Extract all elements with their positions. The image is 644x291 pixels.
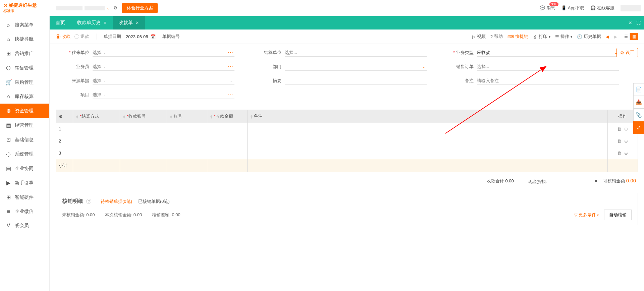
cell-receipt-account[interactable] xyxy=(120,147,167,159)
history-button[interactable]: 🕘历史单据 xyxy=(577,34,601,40)
shortcut-link[interactable]: ⌨快捷键 xyxy=(507,34,528,40)
nav-icon: V xyxy=(5,223,11,229)
messages-link[interactable]: 💬 消息 99+ xyxy=(540,5,555,11)
cell-account-no[interactable] xyxy=(167,123,207,135)
more-icon[interactable]: ⋯ xyxy=(226,63,234,70)
app-download-link[interactable]: 📱 App下载 xyxy=(561,5,584,11)
cell-receipt-amount[interactable] xyxy=(207,135,247,147)
dept-input[interactable] xyxy=(285,63,421,70)
cell-account-no[interactable] xyxy=(167,147,207,159)
tab-0[interactable]: 首页 xyxy=(50,16,71,30)
cell-receipt-account[interactable] xyxy=(120,123,167,135)
cell-remark[interactable] xyxy=(247,147,607,159)
experience-button[interactable]: 体验行业方案 xyxy=(122,3,158,13)
more-conditions-link[interactable]: ▽更多条件▾ xyxy=(574,212,599,218)
nav-item-6[interactable]: ⊛资金管理 xyxy=(0,104,49,118)
summary-input[interactable] xyxy=(285,77,427,84)
tenant-selector[interactable]: ⌄ xyxy=(56,6,110,10)
cell-settle-method[interactable] xyxy=(73,123,120,135)
user-avatar[interactable] xyxy=(621,5,641,11)
tab-done-writeoff[interactable]: 已核销单据(0笔) xyxy=(138,198,170,205)
date-picker[interactable]: 2023-06-06 📅 xyxy=(124,34,156,39)
nav-item-8[interactable]: ⊡基础信息 xyxy=(0,132,49,147)
source-doc-input[interactable] xyxy=(93,77,228,84)
th-receipt-account[interactable]: ▲▼收款账号 xyxy=(120,110,167,123)
nav-item-5[interactable]: ⌂库存核算 xyxy=(0,90,49,104)
th-receipt-amount[interactable]: ▲▼收款金额 xyxy=(207,110,247,123)
float-expand-icon[interactable]: ⤢ xyxy=(633,121,644,134)
nav-item-3[interactable]: ⬡销售管理 xyxy=(0,61,49,75)
nav-item-7[interactable]: ▤经营管理 xyxy=(0,118,49,132)
view-grid[interactable]: ▦ xyxy=(630,33,638,40)
help-link[interactable]: ?帮助 xyxy=(490,34,503,40)
nav-item-1[interactable]: ⌂快捷导航 xyxy=(0,32,49,46)
project-input[interactable] xyxy=(93,91,226,99)
table-row[interactable]: 2🗑⊕ xyxy=(56,135,638,147)
unit-input[interactable] xyxy=(93,49,226,56)
tab-2[interactable]: 收款单✕ xyxy=(113,16,145,30)
more-icon[interactable]: ⋯ xyxy=(226,92,234,98)
table-row[interactable]: 3🗑⊕ xyxy=(56,147,638,159)
sales-order-input[interactable] xyxy=(477,63,619,70)
gear-icon[interactable]: ⚙ xyxy=(113,5,117,10)
float-inbox-icon[interactable]: 📥 xyxy=(633,96,644,109)
add-row-icon[interactable]: ⊕ xyxy=(624,151,628,156)
video-link[interactable]: ▷视频 xyxy=(472,34,486,40)
prev-arrow[interactable]: ◀ xyxy=(606,34,609,39)
cell-settle-method[interactable] xyxy=(73,135,120,147)
add-row-icon[interactable]: ⊕ xyxy=(624,126,628,131)
th-remark[interactable]: ▲▼备注 xyxy=(247,110,607,123)
close-icon[interactable]: ✕ xyxy=(136,20,139,25)
cell-remark[interactable] xyxy=(247,123,607,135)
nav-item-13[interactable]: ≡企业微信 xyxy=(0,205,49,219)
operate-button[interactable]: ☰操作▾ xyxy=(555,34,572,40)
delete-icon[interactable]: 🗑 xyxy=(617,138,622,143)
delete-icon[interactable]: 🗑 xyxy=(617,151,622,156)
cell-receipt-amount[interactable] xyxy=(207,147,247,159)
remark-input[interactable] xyxy=(477,77,619,84)
nav-item-14[interactable]: V畅会员 xyxy=(0,219,49,233)
settings-button[interactable]: ⚙ 设置 xyxy=(616,48,638,57)
tab-1[interactable]: 收款单历史✕ xyxy=(71,16,113,30)
nav-item-12[interactable]: ⊞智能硬件 xyxy=(0,190,49,205)
cash-discount-input[interactable] xyxy=(548,177,589,183)
th-account-no[interactable]: ▲▼账号 xyxy=(167,110,207,123)
nav-icon: ⌕ xyxy=(5,22,11,28)
row-index: 1 xyxy=(56,123,73,135)
nav-item-11[interactable]: ▶新手引导 xyxy=(0,176,49,190)
print-button[interactable]: 🖨打印▾ xyxy=(533,34,550,40)
cell-receipt-amount[interactable] xyxy=(207,123,247,135)
float-draft-icon[interactable]: 📄 xyxy=(633,83,644,96)
table-row[interactable]: 1🗑⊕ xyxy=(56,123,638,135)
settle-unit-input[interactable] xyxy=(285,49,427,56)
salesman-input[interactable] xyxy=(93,63,226,70)
close-icon[interactable]: ✕ xyxy=(103,20,107,25)
cell-settle-method[interactable] xyxy=(73,147,120,159)
float-attach-icon[interactable]: 📎 xyxy=(633,109,644,121)
next-arrow[interactable]: ▶ xyxy=(614,34,617,39)
nav-item-4[interactable]: 🛒采购管理 xyxy=(0,75,49,90)
fullscreen-icon[interactable]: ⛶ xyxy=(636,20,641,25)
help-icon[interactable]: ? xyxy=(86,199,91,204)
online-service-link[interactable]: 🎧 在线客服 xyxy=(590,5,614,11)
nav-item-9[interactable]: ◌系统管理 xyxy=(0,147,49,161)
radio-tuikuan[interactable]: 退款 xyxy=(74,34,89,40)
auto-writeoff-button[interactable]: 自动核销 xyxy=(604,210,632,220)
cell-receipt-account[interactable] xyxy=(120,135,167,147)
radio-shoukuan[interactable]: 收款 xyxy=(56,34,70,40)
delete-icon[interactable]: 🗑 xyxy=(617,126,622,131)
cell-remark[interactable] xyxy=(247,135,607,147)
nav-item-10[interactable]: ▤企业协同 xyxy=(0,161,49,176)
tab-pending-writeoff[interactable]: 待核销单据(0笔) xyxy=(101,198,132,205)
biz-type-input[interactable] xyxy=(477,49,613,56)
th-settle-method[interactable]: ▲▼结算方式 xyxy=(73,110,120,123)
view-list[interactable]: ☰ xyxy=(622,33,630,40)
chevron-down-icon: ▾ xyxy=(571,35,572,39)
tab-close-current-icon[interactable]: ✕ xyxy=(629,20,632,25)
add-row-icon[interactable]: ⊕ xyxy=(624,138,628,143)
nav-item-0[interactable]: ⌕搜索菜单 xyxy=(0,18,49,32)
more-icon[interactable]: ⋯ xyxy=(226,49,234,56)
cell-account-no[interactable] xyxy=(167,135,207,147)
nav-item-2[interactable]: ⊞营销推广 xyxy=(0,46,49,61)
table-settings-icon[interactable]: ⚙ xyxy=(56,110,73,123)
